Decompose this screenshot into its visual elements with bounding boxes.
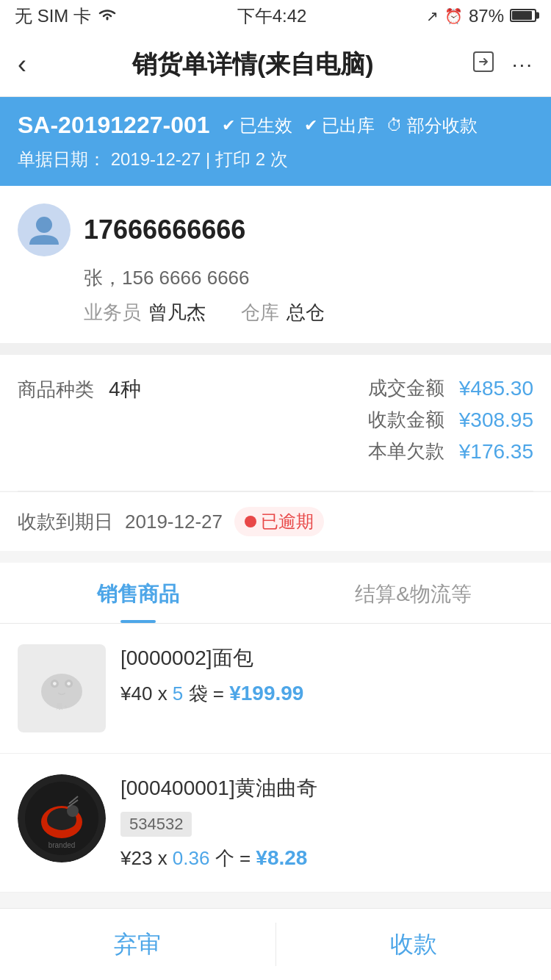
received-amount-row: 收款金额 ¥308.95 bbox=[368, 407, 533, 433]
tabs-section: 销售商品 结算&物流等 bbox=[0, 563, 551, 624]
confirm-button[interactable]: 收款 bbox=[276, 909, 552, 980]
product-kinds-label: 商品种类 bbox=[18, 377, 94, 403]
carrier-text: 无 SIM 卡 bbox=[15, 4, 91, 28]
deal-amount-label: 成交金额 bbox=[368, 375, 444, 401]
product-name-2: [000400001]黄油曲奇 bbox=[120, 774, 533, 802]
product-price-row-1: ¥40 x 5 袋 = ¥199.99 bbox=[120, 681, 533, 707]
product-image-1: 最+ bbox=[18, 644, 106, 732]
owed-amount-label: 本单欠款 bbox=[368, 439, 444, 464]
tab-settlement[interactable]: 结算&物流等 bbox=[276, 563, 551, 623]
back-button[interactable]: ‹ bbox=[10, 42, 34, 87]
customer-avatar bbox=[18, 203, 71, 256]
owed-amount-row: 本单欠款 ¥176.35 bbox=[368, 439, 533, 464]
bottom-bar: 弃审 收款 bbox=[0, 908, 551, 980]
salesperson-item: 业务员 曾凡杰 bbox=[84, 300, 206, 325]
owed-amount-value: ¥176.35 bbox=[459, 440, 533, 464]
product-item-1: 最+ [0000002]面包 ¥40 x 5 袋 = ¥199.99 bbox=[0, 624, 551, 754]
page-title: 销货单详情(来自电脑) bbox=[34, 48, 472, 82]
received-amount-label: 收款金额 bbox=[368, 407, 444, 433]
cancel-button[interactable]: 弃审 bbox=[0, 909, 276, 980]
svg-point-7 bbox=[53, 682, 57, 685]
stats-right: 成交金额 ¥485.30 收款金额 ¥308.95 本单欠款 ¥176.35 bbox=[368, 375, 533, 470]
product-info-2: [000400001]黄油曲奇 534532 ¥23 x 0.36 个 = ¥8… bbox=[120, 774, 533, 871]
product-name-1: [0000002]面包 bbox=[120, 644, 533, 672]
customer-name-phone: 张，156 6666 6666 bbox=[84, 265, 533, 291]
payment-due-label: 收款到期日 bbox=[18, 509, 113, 535]
order-id-row: SA-20191227-001 ✔ 已生效 ✔ 已出库 ⏱ 部分收款 bbox=[18, 112, 533, 139]
received-amount-value: ¥308.95 bbox=[459, 408, 533, 432]
customer-meta: 业务员 曾凡杰 仓库 总仓 bbox=[84, 300, 533, 325]
tab-products[interactable]: 销售商品 bbox=[0, 563, 276, 623]
wifi-icon bbox=[97, 6, 118, 26]
badge-shipped: ✔ 已出库 bbox=[304, 114, 375, 137]
status-bar: 无 SIM 卡 下午4:42 ↗ ⏰ 87% bbox=[0, 0, 551, 32]
nav-bar: ‹ 销货单详情(来自电脑) ··· bbox=[0, 32, 551, 97]
order-date-row: 单据日期： 2019-12-27 | 打印 2 次 bbox=[18, 148, 533, 171]
stats-left: 商品种类 4种 bbox=[18, 375, 141, 470]
stats-section: 商品种类 4种 成交金额 ¥485.30 收款金额 ¥308.95 本单欠款 ¥… bbox=[0, 355, 551, 491]
svg-point-8 bbox=[67, 682, 71, 685]
product-sku-2: 534532 bbox=[120, 812, 192, 837]
warehouse-label: 仓库 bbox=[241, 300, 279, 325]
product-image-2: branded bbox=[18, 774, 106, 862]
product-kinds-value: 4种 bbox=[109, 375, 141, 403]
overdue-dot-icon bbox=[245, 516, 256, 527]
svg-point-1 bbox=[36, 217, 52, 233]
salesperson-value: 曾凡杰 bbox=[148, 300, 206, 325]
overdue-badge: 已逾期 bbox=[234, 507, 324, 536]
check-icon-1: ✔ bbox=[222, 116, 235, 135]
divider-1 bbox=[0, 343, 551, 355]
badge-effective: ✔ 已生效 bbox=[222, 114, 292, 137]
alarm-icon: ⏰ bbox=[444, 7, 463, 25]
order-id: SA-20191227-001 bbox=[18, 112, 210, 139]
product-total-2: ¥8.28 bbox=[256, 846, 307, 869]
location-icon: ↗ bbox=[426, 7, 439, 25]
nav-actions: ··· bbox=[472, 51, 533, 78]
payment-due-date: 2019-12-27 bbox=[125, 511, 223, 533]
product-price-row-2: ¥23 x 0.36 个 = ¥8.28 bbox=[120, 846, 533, 871]
product-qty-2: 0.36 bbox=[173, 847, 210, 869]
badge-partial-payment: ⏱ 部分收款 bbox=[386, 114, 478, 137]
product-qty-1: 5 bbox=[173, 682, 183, 705]
product-info-1: [0000002]面包 ¥40 x 5 袋 = ¥199.99 bbox=[120, 644, 533, 707]
more-icon[interactable]: ··· bbox=[512, 53, 533, 76]
customer-row: 17666666666 bbox=[18, 203, 533, 256]
deal-amount-row: 成交金额 ¥485.30 bbox=[368, 375, 533, 401]
battery-percent: 87% bbox=[469, 6, 504, 26]
payment-due-section: 收款到期日 2019-12-27 已逾期 bbox=[0, 491, 551, 551]
clock-icon: ⏱ bbox=[386, 116, 403, 135]
deal-amount-value: ¥485.30 bbox=[459, 377, 533, 400]
status-left: 无 SIM 卡 bbox=[15, 4, 118, 28]
check-icon-2: ✔ bbox=[304, 116, 317, 135]
salesperson-label: 业务员 bbox=[84, 300, 141, 325]
status-time: 下午4:42 bbox=[237, 4, 307, 28]
warehouse-value: 总仓 bbox=[287, 300, 325, 325]
svg-text:branded: branded bbox=[48, 841, 76, 849]
order-header: SA-20191227-001 ✔ 已生效 ✔ 已出库 ⏱ 部分收款 单据日期：… bbox=[0, 97, 551, 186]
warehouse-item: 仓库 总仓 bbox=[241, 300, 325, 325]
product-item-2: branded [000400001]黄油曲奇 534532 ¥23 x 0.3… bbox=[0, 754, 551, 893]
customer-phone: 17666666666 bbox=[84, 215, 245, 245]
product-total-1: ¥199.99 bbox=[229, 682, 303, 705]
svg-text:最+: 最+ bbox=[56, 702, 68, 710]
share-icon[interactable] bbox=[472, 51, 494, 78]
status-badges: ✔ 已生效 ✔ 已出库 ⏱ 部分收款 bbox=[222, 114, 478, 137]
battery-icon bbox=[510, 6, 536, 26]
product-list: 最+ [0000002]面包 ¥40 x 5 袋 = ¥199.99 bbox=[0, 624, 551, 893]
status-right: ↗ ⏰ 87% bbox=[426, 6, 536, 26]
product-kinds-row: 商品种类 4种 bbox=[18, 375, 141, 403]
customer-section: 17666666666 张，156 6666 6666 业务员 曾凡杰 仓库 总… bbox=[0, 186, 551, 343]
